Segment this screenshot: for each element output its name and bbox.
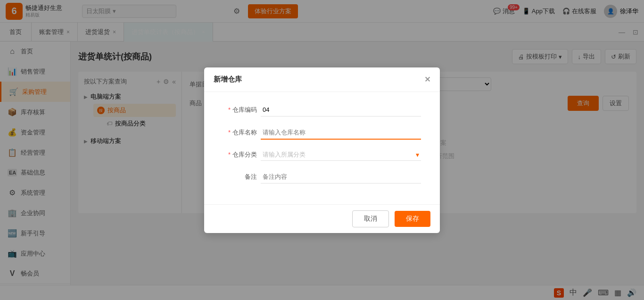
modal-body: *仓库编码 *仓库名称 *仓库分类 请输入所属分类 <box>204 92 440 204</box>
modal-title: 新增仓库 <box>214 75 242 84</box>
name-label: *仓库名称 <box>223 128 261 137</box>
category-label: *仓库分类 <box>223 150 261 159</box>
form-row-remark: 备注 <box>223 170 421 183</box>
code-label: *仓库编码 <box>223 106 261 114</box>
category-select-wrap: 请输入所属分类 ▾ <box>261 149 421 161</box>
warehouse-name-input[interactable] <box>261 126 421 140</box>
remark-input[interactable] <box>261 170 421 183</box>
save-button[interactable]: 保存 <box>395 211 430 227</box>
modal-close-icon[interactable]: ✕ <box>424 75 430 84</box>
cancel-button[interactable]: 取消 <box>352 210 389 227</box>
category-dropdown-icon: ▾ <box>416 151 419 158</box>
form-row-name: *仓库名称 <box>223 126 421 140</box>
remark-label: 备注 <box>223 173 261 181</box>
warehouse-category-select[interactable]: 请输入所属分类 <box>263 151 416 158</box>
new-warehouse-modal: 新增仓库 ✕ *仓库编码 *仓库名称 *仓库分类 <box>204 67 440 233</box>
modal-overlay[interactable]: 新增仓库 ✕ *仓库编码 *仓库名称 *仓库分类 <box>0 0 644 300</box>
warehouse-code-input[interactable] <box>261 103 421 117</box>
form-row-category: *仓库分类 请输入所属分类 ▾ <box>223 149 421 161</box>
form-row-code: *仓库编码 <box>223 103 421 117</box>
modal-header: 新增仓库 ✕ <box>204 67 440 92</box>
modal-footer: 取消 保存 <box>204 204 440 233</box>
